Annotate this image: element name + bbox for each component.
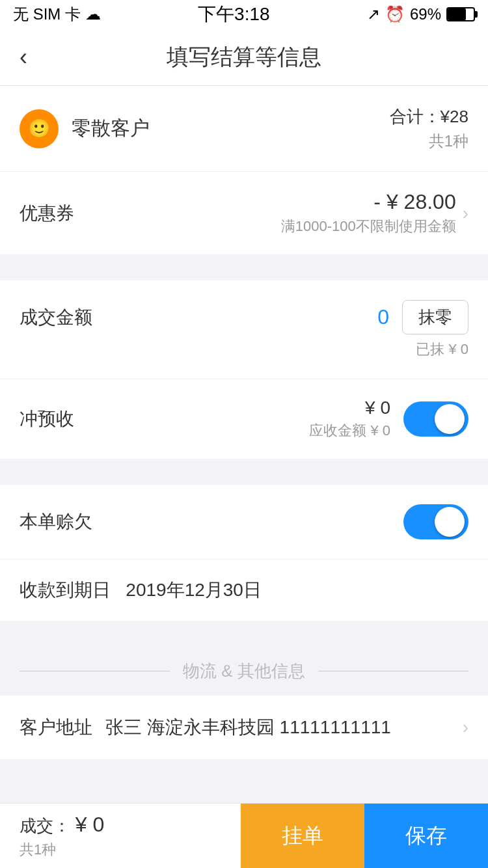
debt-label: 本单赊欠: [20, 509, 92, 534]
customer-right: 合计：¥28 共1种: [390, 105, 468, 152]
deal-value: 0: [377, 305, 389, 329]
logistics-label: 物流 & 其他信息: [183, 660, 305, 683]
customer-section: 🙂 零散客户 合计：¥28 共1种 优惠券 - ¥ 28.00 满1000-10…: [0, 86, 488, 254]
due-date-label: 收款到期日: [20, 580, 111, 600]
customer-name: 零散客户: [72, 115, 150, 142]
nav-title: 填写结算等信息: [167, 42, 321, 72]
address-label: 客户地址: [20, 715, 92, 740]
deal-amount-row: 成交金额 0 抹零 已抹 ¥ 0: [0, 280, 488, 379]
debt-row: 本单赊欠: [0, 485, 488, 559]
divider-1: [0, 267, 488, 280]
prepay-label: 冲预收: [20, 407, 74, 431]
due-date-text: 收款到期日 2019年12月30日: [20, 580, 262, 600]
bottom-deal-value: ¥ 0: [75, 813, 104, 836]
status-time: 下午3:18: [198, 2, 270, 27]
customer-left: 🙂 零散客户: [20, 109, 150, 148]
battery-label: 69%: [410, 5, 441, 23]
debt-toggle[interactable]: [403, 504, 468, 539]
toggle-knob: [435, 404, 465, 434]
alarm-icon: ⏰: [385, 5, 405, 23]
bottom-left: 成交： ¥ 0 共1种: [0, 813, 241, 860]
debt-toggle-knob: [435, 507, 465, 537]
logistics-divider-inner: 物流 & 其他信息: [20, 660, 468, 683]
battery-icon: [446, 7, 475, 21]
deal-row-top: 成交金额 0 抹零: [20, 300, 468, 334]
bottom-deal-row: 成交： ¥ 0: [20, 813, 221, 837]
prepay-right: ¥ 0 应收金额 ¥ 0: [309, 398, 468, 441]
prepay-amount-col: ¥ 0 应收金额 ¥ 0: [309, 398, 390, 441]
logistics-section: 物流 & 其他信息: [0, 647, 488, 696]
coupon-row[interactable]: 优惠券 - ¥ 28.00 满1000-100不限制使用金额 ›: [0, 171, 488, 254]
nav-bar: ‹ 填写结算等信息: [0, 29, 488, 86]
deal-section: 成交金额 0 抹零 已抹 ¥ 0 冲预收 ¥ 0 应收金额 ¥ 0: [0, 280, 488, 459]
coupon-right: - ¥ 28.00 满1000-100不限制使用金额 ›: [281, 190, 468, 236]
logistics-line-left: [20, 671, 170, 671]
customer-row: 🙂 零散客户 合计：¥28 共1种: [0, 86, 488, 171]
address-section: 客户地址 张三 海淀永丰科技园 11111111111 ›: [0, 696, 488, 759]
coupon-label: 优惠券: [20, 201, 74, 226]
total-count: 共1种: [390, 131, 468, 152]
round-button[interactable]: 抹零: [402, 300, 468, 334]
address-value: 张三 海淀永丰科技园 11111111111: [105, 715, 463, 740]
due-date-value: 2019年12月30日: [126, 580, 262, 600]
deal-label: 成交金额: [20, 305, 92, 330]
prepay-amount: ¥ 0: [309, 398, 390, 418]
status-bar: 无 SIM 卡 ☁ 下午3:18 ↗ ⏰ 69%: [0, 0, 488, 29]
prepay-row: 冲预收 ¥ 0 应收金额 ¥ 0: [0, 379, 488, 459]
save-button[interactable]: 保存: [364, 804, 488, 869]
prepay-toggle[interactable]: [403, 401, 468, 437]
status-right: ↗ ⏰ 69%: [367, 5, 475, 23]
logistics-line-right: [318, 671, 468, 671]
deal-right: 0 抹零: [377, 300, 468, 334]
divider-3: [0, 634, 488, 647]
due-date-row: 收款到期日 2019年12月30日: [0, 559, 488, 621]
total-label: 合计：¥28: [390, 105, 468, 128]
back-button[interactable]: ‹: [20, 44, 27, 71]
debt-section: 本单赊欠 收款到期日 2019年12月30日: [0, 485, 488, 621]
bottom-deal-label: 成交：: [20, 816, 70, 835]
deal-sub: 已抹 ¥ 0: [20, 340, 468, 359]
location-icon: ↗: [367, 5, 380, 23]
chevron-icon: ›: [463, 203, 468, 224]
address-chevron-icon: ›: [463, 717, 468, 738]
bottom-bar: 成交： ¥ 0 共1种 挂单 保存: [0, 803, 488, 868]
coupon-amount: - ¥ 28.00: [281, 190, 456, 214]
status-left: 无 SIM 卡 ☁: [13, 4, 101, 25]
divider-2: [0, 472, 488, 485]
avatar-icon: 🙂: [28, 118, 51, 139]
bottom-deal-count: 共1种: [20, 840, 221, 860]
avatar: 🙂: [20, 109, 59, 148]
address-row[interactable]: 客户地址 张三 海淀永丰科技园 11111111111 ›: [0, 696, 488, 759]
coupon-desc: 满1000-100不限制使用金额: [281, 217, 456, 236]
sim-label: 无 SIM 卡 ☁: [13, 4, 101, 25]
pending-button[interactable]: 挂单: [241, 804, 364, 869]
prepay-sub: 应收金额 ¥ 0: [309, 421, 390, 441]
